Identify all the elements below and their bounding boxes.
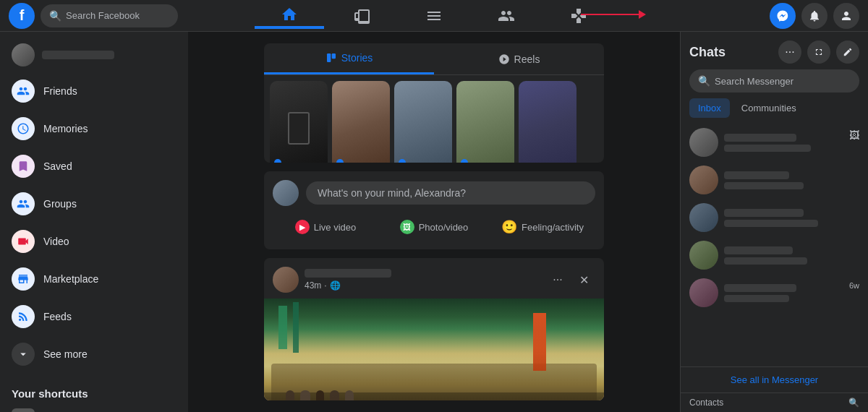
friends-label: Friends: [43, 85, 77, 97]
chat-preview-5: [724, 295, 789, 302]
post-user-info: 43m · 🌐: [305, 269, 540, 291]
svg-rect-0: [327, 53, 331, 62]
post-username: [305, 269, 391, 278]
svg-rect-1: [331, 53, 335, 59]
saved-icon: [12, 155, 35, 178]
see-more-icon: [12, 343, 35, 366]
post-close-btn[interactable]: ✕: [572, 268, 595, 291]
story-1[interactable]: [270, 81, 328, 163]
post-globe-icon: 🌐: [330, 280, 341, 291]
sidebar-item-feeds[interactable]: Feeds: [3, 299, 185, 334]
chat-info-1: [724, 134, 859, 152]
nav-marketplace[interactable]: [399, 3, 469, 29]
communities-tab[interactable]: Communities: [733, 98, 805, 118]
communities-label: Communities: [741, 103, 796, 113]
stories-tab-label: Stories: [341, 52, 373, 64]
post-input-row: What's on your mind, Alexandra?: [273, 180, 595, 206]
chat-avatar-img-2: [689, 166, 718, 194]
top-navigation: f 🔍: [0, 0, 868, 32]
chat-item-5[interactable]: 6w: [684, 274, 865, 312]
photo-video-btn[interactable]: 🖼 Photo/video: [381, 213, 487, 241]
reels-tab[interactable]: Reels: [434, 43, 604, 74]
main-body: Friends Memories Saved Groups Video: [0, 32, 868, 412]
arrow-indicator: [581, 10, 646, 19]
sidebar-item-groups[interactable]: Groups: [3, 186, 185, 221]
facebook-logo[interactable]: f: [9, 3, 35, 29]
post-header: 43m · 🌐 ··· ✕: [264, 258, 604, 293]
post-image-overlay: [264, 348, 604, 400]
chats-options-btn[interactable]: ···: [778, 40, 801, 64]
post-header-actions: ··· ✕: [546, 268, 595, 291]
arrow-head: [639, 10, 646, 19]
marketplace-icon: [12, 267, 35, 291]
chat-item-2[interactable]: [684, 161, 865, 199]
chats-search[interactable]: 🔍: [689, 69, 859, 93]
chat-name-3: [724, 209, 804, 217]
notifications-button[interactable]: [801, 3, 827, 29]
profile-button[interactable]: [833, 3, 859, 29]
see-all-messenger[interactable]: See all in Messenger: [681, 366, 868, 392]
nav-groups[interactable]: [472, 3, 541, 29]
story-4[interactable]: [456, 81, 514, 163]
chats-compose-btn[interactable]: [836, 40, 859, 64]
story-2[interactable]: [332, 81, 390, 163]
contacts-label: Contacts: [689, 398, 723, 408]
chats-search-input[interactable]: [715, 76, 851, 87]
photo-icon: 🖼: [400, 220, 414, 234]
post-more-btn[interactable]: ···: [546, 268, 569, 291]
search-box[interactable]: 🔍: [41, 4, 178, 27]
post-image: [264, 299, 604, 400]
story-3[interactable]: [394, 81, 452, 163]
nav-left: f 🔍: [9, 3, 197, 29]
contacts-search-icon[interactable]: 🔍: [848, 398, 859, 408]
chat-name-5: [724, 284, 796, 292]
chat-action-1: 🖼: [849, 129, 859, 141]
contacts-bar: Contacts 🔍: [681, 392, 868, 412]
groups-label: Groups: [43, 198, 77, 210]
sidebar-item-memories[interactable]: Memories: [3, 111, 185, 146]
chat-item-1[interactable]: 🖼: [684, 124, 865, 161]
chats-header: Chats ···: [681, 32, 868, 69]
live-video-btn[interactable]: ▶ Live video: [273, 213, 378, 241]
search-input[interactable]: [66, 10, 169, 21]
chat-item-4[interactable]: [684, 236, 865, 274]
chat-avatar-img-4: [689, 241, 718, 270]
sidebar-user[interactable]: [3, 39, 185, 71]
chat-tabs: Inbox Communities: [689, 98, 859, 118]
sidebar-item-saved[interactable]: Saved: [3, 149, 185, 184]
sidebar-item-friends[interactable]: Friends: [3, 74, 185, 108]
inbox-tab[interactable]: Inbox: [689, 98, 730, 118]
chat-avatar-4: [689, 241, 718, 270]
nav-video[interactable]: [327, 3, 396, 29]
nav-home[interactable]: [255, 3, 324, 29]
sidebar-item-video[interactable]: Video: [3, 224, 185, 259]
chat-list: 🖼: [681, 124, 868, 366]
chat-info-2: [724, 171, 859, 189]
chat-item-3[interactable]: [684, 199, 865, 236]
sidebar-item-see-more[interactable]: See more: [3, 337, 185, 372]
post-meta: 43m · 🌐: [305, 280, 540, 291]
post-input[interactable]: What's on your mind, Alexandra?: [306, 181, 595, 205]
story-5[interactable]: [519, 81, 576, 163]
stories-tab[interactable]: Stories: [264, 43, 434, 74]
chat-info-4: [724, 246, 859, 265]
shortcut-item-1[interactable]: [3, 404, 185, 412]
chats-title: Chats: [689, 45, 773, 60]
reels-tab-label: Reels: [514, 53, 540, 65]
chat-name-1: [724, 134, 796, 142]
stories-tabs: Stories Reels: [264, 43, 604, 75]
chats-expand-btn[interactable]: [807, 40, 830, 64]
messenger-button[interactable]: [770, 3, 796, 29]
see-more-label: See more: [43, 348, 88, 360]
friends-icon: [12, 80, 35, 103]
chats-search-icon: 🔍: [698, 75, 710, 87]
arrow-line: [581, 14, 639, 15]
sidebar-item-marketplace[interactable]: Marketplace: [3, 262, 185, 296]
user-avatar: [12, 43, 35, 66]
chat-name-4: [724, 246, 793, 254]
feeling-btn[interactable]: 🙂 Feeling/activity: [490, 213, 595, 241]
post-actions: ▶ Live video 🖼 Photo/video 🙂 Feeling/act…: [273, 213, 595, 241]
feeds-icon: [12, 305, 35, 328]
stories-row: [264, 75, 604, 163]
center-feed: Stories Reels: [188, 32, 680, 412]
